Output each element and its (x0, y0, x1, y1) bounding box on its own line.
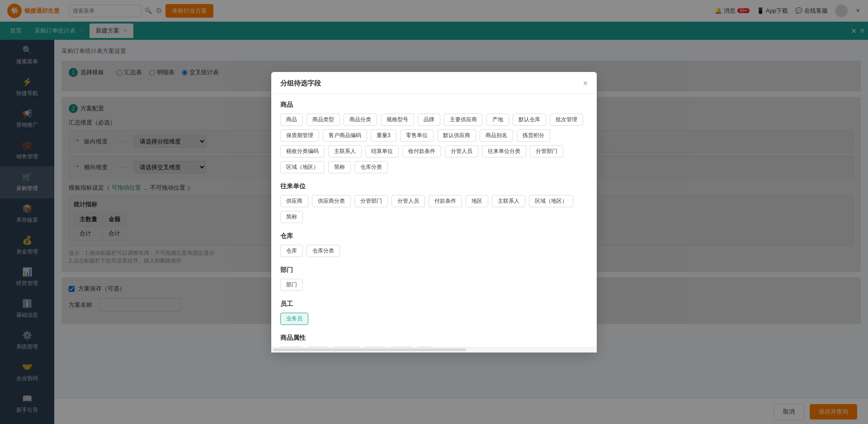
field-tag[interactable]: 仓库分类 (354, 161, 388, 173)
dialog-title: 分组待选字段 (280, 79, 321, 88)
field-tag[interactable]: 商品 (280, 114, 303, 126)
field-tag[interactable]: 商品类型 (307, 114, 340, 126)
field-tag[interactable]: 分管人员 (445, 145, 478, 157)
field-tag[interactable]: 默认仓库 (513, 114, 546, 126)
field-tag[interactable]: 规格型号 (381, 114, 414, 126)
field-tag[interactable]: 分管部门 (530, 145, 563, 157)
dialog-scrollbar-thumb (273, 348, 466, 351)
field-tag[interactable]: 默认供应商 (437, 129, 476, 142)
field-tags-department: 部门 (280, 279, 588, 291)
field-tag[interactable]: 结算单位 (365, 145, 399, 157)
dialog-header: 分组待选字段 × (271, 72, 597, 94)
field-tag[interactable]: 重量3 (371, 129, 396, 142)
section-product: 商品商品商品类型商品分类规格型号品牌主要供应商产地默认仓库批次管理保质期管理客户… (280, 101, 588, 173)
dialog-close-btn[interactable]: × (583, 79, 588, 87)
field-tag[interactable]: 地区 (466, 195, 488, 207)
field-tag[interactable]: 税收分类编码 (280, 145, 325, 157)
field-tag[interactable]: 品牌 (418, 114, 440, 126)
modal-overlay: 分组待选字段 × 商品商品商品类型商品分类规格型号品牌主要供应商产地默认仓库批次… (0, 0, 868, 424)
field-tag[interactable]: 供应商分类 (312, 195, 351, 207)
field-tag[interactable]: 简称 (328, 161, 351, 173)
field-tag[interactable]: 仓库 (280, 245, 303, 257)
field-tag[interactable]: 商品别名 (480, 129, 513, 142)
field-tags-product: 商品商品类型商品分类规格型号品牌主要供应商产地默认仓库批次管理保质期管理客户商品… (280, 114, 588, 173)
field-tag[interactable]: 客户商品编码 (323, 129, 367, 142)
field-tag[interactable]: 拣货积分 (517, 129, 550, 142)
field-tag[interactable]: 收付款条件 (402, 145, 441, 157)
field-tag[interactable]: 供应商 (280, 195, 308, 207)
section-department: 部门部门 (280, 266, 588, 291)
section-product_attr: 商品属性属性颜色多规格尺码鞋码1 (280, 334, 588, 347)
field-tag[interactable]: 分管部门 (354, 195, 388, 207)
field-tag[interactable]: 仓库分类 (307, 245, 340, 257)
dialog-scrollbar (271, 347, 597, 353)
section-title-product: 商品 (280, 101, 588, 109)
field-tag[interactable]: 主要供应商 (444, 114, 483, 126)
section-employee: 员工业务员 (280, 300, 588, 325)
section-title-employee: 员工 (280, 300, 588, 308)
field-tag[interactable]: 分管人员 (392, 195, 425, 207)
section-warehouse: 仓库仓库仓库分类 (280, 232, 588, 257)
field-tag[interactable]: 主联系人 (328, 145, 362, 157)
field-tags-warehouse: 仓库仓库分类 (280, 245, 588, 257)
field-tag[interactable]: 业务员 (280, 313, 308, 325)
section-title-product_attr: 商品属性 (280, 334, 588, 342)
field-tag[interactable]: 付款条件 (429, 195, 462, 207)
field-tag[interactable]: 主联系人 (492, 195, 525, 207)
field-tag[interactable]: 产地 (486, 114, 509, 126)
field-tag[interactable]: 简称 (280, 211, 303, 223)
field-tag[interactable]: 区域（地区） (529, 195, 573, 207)
section-title-partner: 往来单位 (280, 182, 588, 191)
section-title-department: 部门 (280, 266, 588, 274)
field-tag[interactable]: 零售单位 (400, 129, 434, 142)
field-tag[interactable]: 部门 (280, 279, 303, 291)
field-tag[interactable]: 往来单位分类 (482, 145, 526, 157)
dialog-body[interactable]: 商品商品商品类型商品分类规格型号品牌主要供应商产地默认仓库批次管理保质期管理客户… (271, 94, 597, 347)
dialog: 分组待选字段 × 商品商品商品类型商品分类规格型号品牌主要供应商产地默认仓库批次… (271, 72, 597, 353)
field-tag[interactable]: 区域（地区） (280, 161, 325, 173)
field-tag[interactable]: 保质期管理 (280, 129, 319, 142)
field-tags-partner: 供应商供应商分类分管部门分管人员付款条件地区主联系人区域（地区）简称 (280, 195, 588, 223)
field-tag[interactable]: 批次管理 (550, 114, 583, 126)
section-partner: 往来单位供应商供应商分类分管部门分管人员付款条件地区主联系人区域（地区）简称 (280, 182, 588, 223)
field-tag[interactable]: 商品分类 (344, 114, 377, 126)
section-title-warehouse: 仓库 (280, 232, 588, 240)
field-tags-employee: 业务员 (280, 313, 588, 325)
